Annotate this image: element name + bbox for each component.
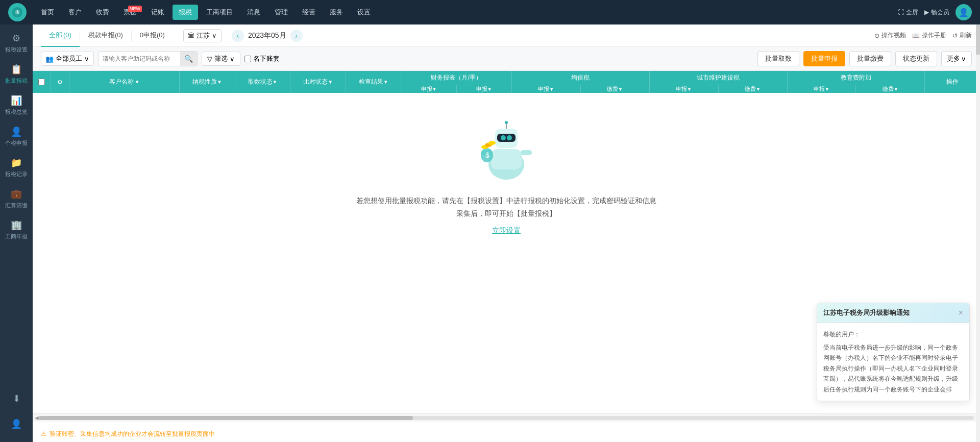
svg-point-6 <box>507 135 512 140</box>
search-button[interactable]: 🔍 <box>180 52 197 66</box>
select-all-checkbox[interactable] <box>38 79 45 85</box>
fs0-sort-icon: ▼ <box>432 87 437 92</box>
sub-account-check-input[interactable] <box>244 56 251 62</box>
notice-close-button[interactable]: × <box>959 308 963 317</box>
sidebar-item-batch-tax[interactable]: 📋 批量报税 <box>1 60 32 89</box>
nav-accounting[interactable]: 记账 <box>145 5 170 20</box>
province-selector[interactable]: 🏛 江苏 ∨ <box>183 29 222 42</box>
notice-panel: 江苏电子税务局升级影响通知 × 尊敬的用户： 受当前电子税务局进一步升级的影响，… <box>817 303 970 401</box>
batch-declare-button[interactable]: 批量申报 <box>803 51 845 66</box>
app-logo[interactable] <box>8 3 27 21</box>
table-header: ⚙ 客户名称 ▼ 纳税性质 ▼ 取数状态 ▼ <box>33 71 980 93</box>
notice-greeting: 尊敬的用户： <box>823 329 963 339</box>
fullscreen-button[interactable]: ⛶ 全屏 <box>898 8 918 17</box>
th-checkbox[interactable] <box>33 71 51 93</box>
more-chevron-icon: ∨ <box>961 55 966 63</box>
sidebar-item-annual-report[interactable]: 🏢 工商年报 <box>1 215 32 244</box>
scroll-thumb[interactable] <box>39 416 413 420</box>
nav-settings[interactable]: 设置 <box>351 5 377 20</box>
svg-point-8 <box>505 121 508 124</box>
video-tutorial-button[interactable]: ⊙ 操作视频 <box>874 31 906 40</box>
member-icon: ▶ <box>924 9 929 16</box>
filter-button[interactable]: ▽ 筛选 ∨ <box>202 52 240 66</box>
compare-sort-icon: ▼ <box>328 79 333 85</box>
nav-billing[interactable]: 收费 <box>90 5 115 20</box>
sidebar-bottom: ⬇ 👤 <box>1 389 32 436</box>
member-button[interactable]: ▶ 畅会员 <box>924 8 949 17</box>
nav-right-controls: ⛶ 全屏 ▶ 畅会员 👤 <box>898 4 972 20</box>
annual-report-icon: 🏢 <box>11 219 22 231</box>
scroll-track[interactable] <box>39 416 974 420</box>
sidebar-item-tax-overview[interactable]: 📊 报税总览 <box>1 91 32 120</box>
download-icon: ⬇ <box>13 393 20 404</box>
nav-manage[interactable]: 管理 <box>268 5 294 20</box>
current-month: 2023年05月 <box>248 31 286 40</box>
notice-body: 尊敬的用户： 受当前电子税务局进一步升级的影响，同一个政务网账号（办税人）名下的… <box>817 323 969 401</box>
svg-rect-4 <box>497 134 516 142</box>
nav-client[interactable]: 客户 <box>62 5 88 20</box>
book-icon: 📖 <box>912 32 920 39</box>
sidebar-item-personal-tax[interactable]: 👤 个税申报 <box>1 122 32 151</box>
setup-link[interactable]: 立即设置 <box>492 226 521 235</box>
nav-message[interactable]: 消息 <box>241 5 266 20</box>
employee-icon: 👥 <box>45 55 54 63</box>
edu1-sort-icon: ▼ <box>894 87 898 92</box>
nav-menu: 首页 客户 收费 票据 NEW 记账 报税 工商项目 消息 管理 经营 服务 设… <box>35 5 898 20</box>
tab-zero-declare[interactable]: 0申报(0) <box>132 24 173 47</box>
scrollbar-thumb[interactable] <box>976 24 980 55</box>
tab-bar: 全部(0) 税款申报(0) 0申报(0) 🏛 江苏 ∨ ‹ 2023年05月 ›… <box>33 24 980 47</box>
play-icon: ⊙ <box>874 32 879 39</box>
nav-home[interactable]: 首页 <box>35 5 60 20</box>
next-month-button[interactable]: › <box>290 30 303 42</box>
province-icon: 🏛 <box>188 32 194 39</box>
tax-sort-icon: ▼ <box>217 79 222 85</box>
prev-month-button[interactable]: ‹ <box>232 30 244 42</box>
left-sidebar: ⚙ 报税设置 📋 批量报税 📊 报税总览 👤 个税申报 📁 报税记录 💼 汇算清… <box>0 24 33 442</box>
sidebar-user[interactable]: 👤 <box>1 414 32 434</box>
warning-icon: ⚠ <box>41 430 46 437</box>
chevron-down-icon: ∨ <box>212 32 217 39</box>
tax-overview-icon: 📊 <box>11 95 22 106</box>
tab-all[interactable]: 全部(0) <box>41 24 80 47</box>
svg-rect-2 <box>491 149 522 169</box>
sidebar-download[interactable]: ⬇ <box>1 389 32 408</box>
nav-business[interactable]: 工商项目 <box>200 5 239 20</box>
refresh-button[interactable]: ↺ 刷新 <box>952 31 972 40</box>
nav-tax[interactable]: 报税 <box>173 5 198 20</box>
sidebar-item-annual-settlement[interactable]: 💼 汇算清缴 <box>1 184 32 213</box>
more-button[interactable]: 更多 ∨ <box>941 51 972 66</box>
fetch-sort-icon: ▼ <box>273 79 278 85</box>
sub-account-checkbox[interactable]: 名下账套 <box>244 54 280 63</box>
empty-state: $ 若您想使用批量报税功能，请先在【报税设置】中进行报税的初始化设置，完成密码验… <box>33 93 980 256</box>
nav-service[interactable]: 服务 <box>324 5 349 20</box>
main-scrollbar[interactable] <box>976 24 980 442</box>
batch-tax-icon: 📋 <box>11 64 22 75</box>
tax-settings-icon: ⚙ <box>12 33 20 44</box>
personal-tax-icon: 👤 <box>11 126 22 137</box>
emp-chevron-icon: ∨ <box>84 55 89 63</box>
batch-pay-button[interactable]: 批量缴费 <box>849 51 891 66</box>
manual-button[interactable]: 📖 操作手册 <box>912 31 946 40</box>
sidebar-item-tax-records[interactable]: 📁 报税记录 <box>1 153 32 182</box>
th-setting[interactable]: ⚙ <box>51 71 69 93</box>
employee-selector[interactable]: 👥 全部员工 ∨ <box>41 52 94 66</box>
city0-sort-icon: ▼ <box>687 87 692 92</box>
tab-tax-declare[interactable]: 税款申报(0) <box>80 24 131 47</box>
sidebar-item-tax-settings[interactable]: ⚙ 报税设置 <box>1 29 32 58</box>
nav-operation[interactable]: 经营 <box>296 5 322 20</box>
bottom-hint: ⚠ 验证账密、采集信息均成功的企业才会流转至批量报税页面中 <box>33 426 976 442</box>
vat0-sort-icon: ▼ <box>549 87 554 92</box>
user-icon: 👤 <box>11 419 22 430</box>
city1-sort-icon: ▼ <box>756 87 761 92</box>
search-input[interactable] <box>99 55 180 62</box>
empty-message: 若您想使用批量报税功能，请先在【报税设置】中进行报税的初始化设置，完成密码验证和… <box>353 194 659 220</box>
batch-fetch-button[interactable]: 批量取数 <box>757 51 799 66</box>
status-update-button[interactable]: 状态更新 <box>895 51 937 66</box>
annual-settlement-icon: 💼 <box>11 188 22 200</box>
nav-invoice[interactable]: 票据 NEW <box>117 5 143 20</box>
horizontal-scrollbar[interactable]: ◀ <box>33 413 976 422</box>
filter-chevron-icon: ∨ <box>230 55 235 63</box>
user-avatar[interactable]: 👤 <box>955 4 972 20</box>
svg-rect-10 <box>521 150 532 155</box>
tab-right-controls: ⊙ 操作视频 📖 操作手册 ↺ 刷新 <box>874 31 972 40</box>
